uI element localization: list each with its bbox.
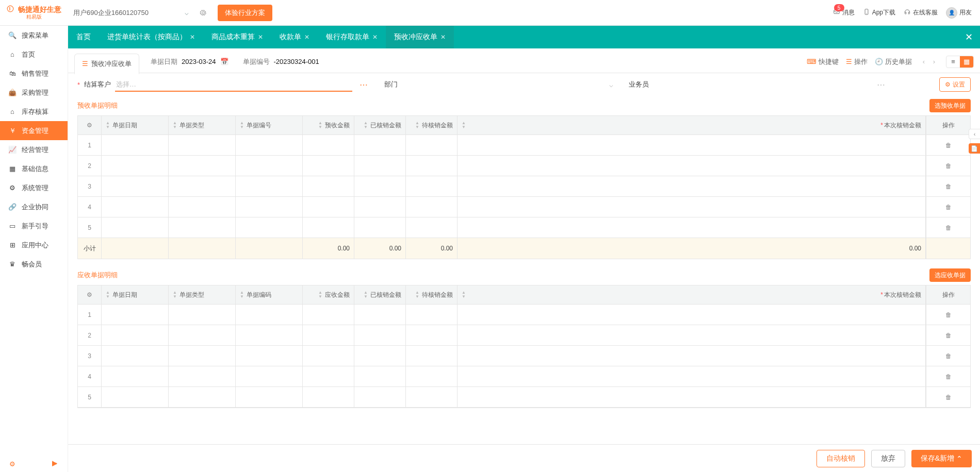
table-row[interactable]: 3🗑	[78, 176, 970, 197]
delete-icon[interactable]: 🗑	[945, 394, 952, 401]
cell[interactable]	[303, 387, 354, 408]
customer-picker-icon[interactable]: ⋯	[360, 80, 369, 90]
cell[interactable]	[303, 135, 354, 156]
cell[interactable]	[458, 305, 926, 325]
cell[interactable]	[102, 305, 169, 325]
user-menu[interactable]: 👤 用友	[946, 7, 972, 19]
close-icon[interactable]: ✕	[372, 33, 378, 41]
cell[interactable]	[236, 387, 303, 408]
cell[interactable]	[406, 217, 458, 238]
customer-input[interactable]	[115, 77, 352, 92]
cell[interactable]	[354, 325, 406, 346]
cell[interactable]	[458, 366, 926, 387]
collapse-icon[interactable]: ⯈	[52, 460, 58, 468]
cell[interactable]	[102, 366, 169, 387]
cell[interactable]	[458, 197, 926, 217]
col-code[interactable]: ▲▼单据编码	[236, 285, 303, 304]
cell[interactable]	[236, 366, 303, 387]
cell[interactable]	[458, 156, 926, 176]
cell[interactable]	[236, 346, 303, 366]
cell[interactable]	[303, 217, 354, 238]
cell[interactable]	[102, 135, 169, 156]
cell[interactable]	[102, 217, 169, 238]
doc-pill[interactable]: ☰ 预收冲应收单	[74, 54, 139, 74]
col-pend[interactable]: ▲▼待核销金额	[406, 285, 458, 304]
col-type[interactable]: ▲▼单据类型	[169, 116, 236, 134]
cell[interactable]	[406, 325, 458, 346]
cell[interactable]	[236, 135, 303, 156]
cell[interactable]	[354, 387, 406, 408]
sidebar-item-link[interactable]: 🔗企业协同	[0, 197, 68, 216]
save-new-button[interactable]: 保存&新增⌃	[911, 450, 972, 467]
cell[interactable]	[169, 217, 236, 238]
delete-icon[interactable]: 🗑	[945, 204, 952, 211]
col-config-icon[interactable]: ⚙	[78, 285, 102, 304]
cell[interactable]	[303, 197, 354, 217]
col-code[interactable]: ▲▼单据编号	[236, 116, 303, 134]
sidebar-item-bag[interactable]: 👜采购管理	[0, 83, 68, 102]
dock-item-2[interactable]: 📄	[969, 143, 980, 154]
tab[interactable]: 收款单✕	[271, 26, 318, 48]
cell[interactable]	[236, 156, 303, 176]
cell[interactable]	[354, 176, 406, 197]
cell[interactable]	[303, 156, 354, 176]
cell[interactable]	[102, 156, 169, 176]
cell[interactable]	[458, 135, 926, 156]
col-done[interactable]: ▲▼已核销金额	[354, 116, 406, 134]
cell[interactable]	[303, 346, 354, 366]
gear-icon[interactable]: ⚙	[9, 460, 15, 468]
cell[interactable]	[236, 325, 303, 346]
operate-link[interactable]: ☰操作	[846, 57, 868, 66]
sidebar-item-grid[interactable]: ▦基础信息	[0, 159, 68, 178]
messages-link[interactable]: 消息	[833, 8, 855, 17]
cell[interactable]	[102, 325, 169, 346]
col-recamt[interactable]: ▲▼应收金额	[303, 285, 354, 304]
cell[interactable]	[406, 346, 458, 366]
table-row[interactable]: 1🗑	[78, 305, 970, 325]
cell[interactable]	[236, 176, 303, 197]
col-date[interactable]: ▲▼单据日期	[102, 285, 169, 304]
history-link[interactable]: 🕘历史单据	[875, 57, 912, 66]
cell[interactable]	[354, 366, 406, 387]
chevron-down-icon[interactable]: ⌵	[609, 81, 613, 89]
cell[interactable]	[236, 305, 303, 325]
cell[interactable]	[458, 217, 926, 238]
auto-match-button[interactable]: 自动核销	[816, 450, 865, 467]
table-row[interactable]: 5🗑	[78, 387, 970, 408]
cell[interactable]	[169, 156, 236, 176]
cell[interactable]	[458, 387, 926, 408]
cell[interactable]	[406, 197, 458, 217]
settings-icon[interactable]	[195, 5, 211, 21]
cell[interactable]	[354, 305, 406, 325]
col-type[interactable]: ▲▼单据类型	[169, 285, 236, 304]
sidebar-item-gear[interactable]: ⚙系统管理	[0, 178, 68, 197]
sidebar-item-home[interactable]: ⌂首页	[0, 45, 68, 64]
biz-input[interactable]	[653, 77, 870, 92]
cell[interactable]	[169, 366, 236, 387]
col-config-icon[interactable]: ⚙	[78, 116, 102, 134]
dock-item-1[interactable]: ‹	[969, 129, 980, 139]
view-list[interactable]: ≡	[946, 56, 960, 68]
delete-icon[interactable]: 🗑	[945, 352, 952, 360]
settings-button[interactable]: ⚙设置	[939, 77, 971, 92]
cell[interactable]	[303, 176, 354, 197]
sidebar-item-app[interactable]: ⊞应用中心	[0, 235, 68, 255]
cell[interactable]	[169, 325, 236, 346]
sidebar-item-cart[interactable]: 🛍销售管理	[0, 64, 68, 83]
cell[interactable]	[303, 325, 354, 346]
view-detail[interactable]: ▦	[960, 56, 973, 68]
app-download-link[interactable]: App下载	[863, 8, 895, 17]
biz-picker-icon[interactable]: ⋯	[877, 80, 886, 90]
sidebar-item-book[interactable]: ▭新手引导	[0, 216, 68, 235]
cell[interactable]	[303, 366, 354, 387]
close-all-tabs[interactable]: ✕	[957, 26, 980, 48]
cell[interactable]	[102, 346, 169, 366]
close-icon[interactable]: ✕	[440, 33, 446, 41]
col-done[interactable]: ▲▼已核销金额	[354, 285, 406, 304]
delete-icon[interactable]: 🗑	[945, 224, 952, 231]
table-row[interactable]: 2🗑	[78, 156, 970, 176]
cell[interactable]	[354, 135, 406, 156]
cell[interactable]	[406, 156, 458, 176]
table-row[interactable]: 1🗑	[78, 135, 970, 156]
customer-service-link[interactable]: 在线客服	[904, 8, 938, 17]
